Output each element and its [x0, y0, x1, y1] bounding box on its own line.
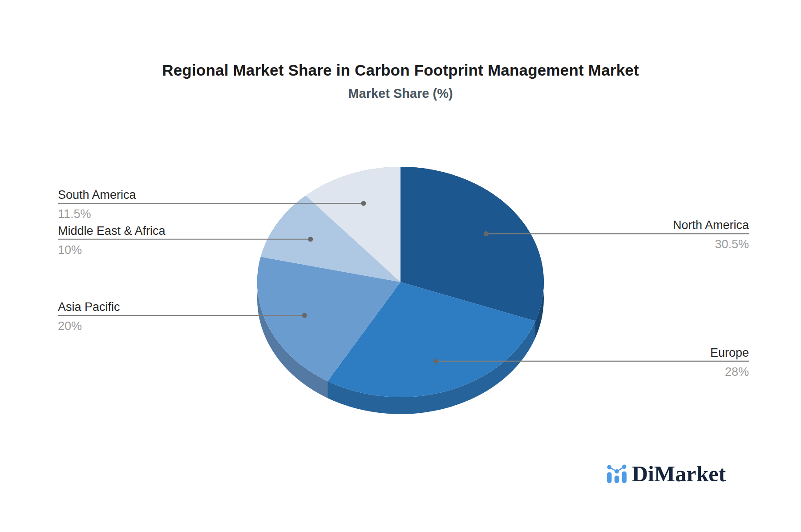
- value-north-america: 30.5%: [673, 238, 749, 251]
- leader-dot-asia-pacific: [302, 313, 307, 318]
- label-south-america: South America: [58, 188, 136, 202]
- leader-dot-south-america: [361, 201, 366, 206]
- label-europe: Europe: [710, 346, 749, 359]
- leader-dot-europe: [433, 359, 438, 363]
- label-block-south-america: South America 11.5%: [58, 188, 136, 221]
- label-north-america: North America: [673, 218, 749, 232]
- value-south-america: 11.5%: [58, 207, 136, 221]
- label-asia-pacific: Asia Pacific: [58, 300, 120, 314]
- value-europe: 28%: [710, 365, 749, 379]
- label-block-asia-pacific: Asia Pacific 20%: [58, 300, 120, 333]
- label-block-europe: Europe 28%: [710, 346, 749, 379]
- label-block-middle-east-africa: Middle East & Africa 10%: [58, 224, 166, 257]
- label-middle-east-africa: Middle East & Africa: [58, 224, 166, 238]
- label-block-north-america: North America 30.5%: [673, 218, 749, 251]
- value-middle-east-africa: 10%: [58, 243, 166, 257]
- logo-text: DiMarket: [632, 463, 726, 485]
- pie-chart: [0, 0, 801, 532]
- leader-dot-middle-east-africa: [308, 237, 313, 242]
- value-asia-pacific: 20%: [58, 319, 120, 333]
- chart-canvas: Regional Market Share in Carbon Footprin…: [0, 0, 801, 532]
- bar-chart-logo-icon: [607, 464, 627, 483]
- dimarket-logo: DiMarket: [607, 463, 726, 485]
- leader-dot-north-america: [484, 231, 489, 236]
